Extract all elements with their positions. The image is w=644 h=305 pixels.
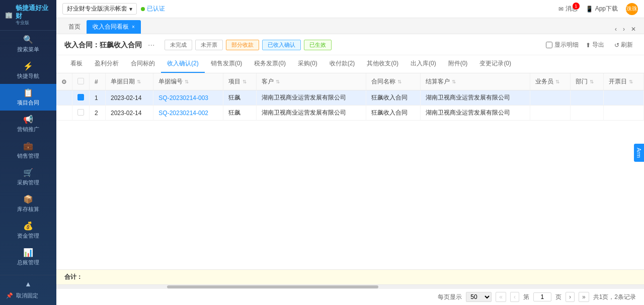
user-profile[interactable]: 珠珠 [626,3,638,15]
col-sort-11[interactable]: 开票日⇅ [609,77,638,86]
sidebar-scroll-up[interactable]: ▲ [4,278,52,289]
col-sort-7[interactable]: 合同名称⇅ [371,77,415,86]
last-page-btn[interactable]: » [579,292,589,302]
inner-tab-附件(0)[interactable]: 附件(0) [442,55,474,73]
tab-next-btn[interactable]: › [621,25,627,34]
home-tab[interactable]: 首页 [62,20,87,34]
chevron-down-icon: ▾ [129,6,132,13]
th-col-6[interactable]: 客户⇅ [256,73,366,90]
inner-tab-销售发票(0)[interactable]: 销售发票(0) [205,55,249,73]
status-btn-部分收款[interactable]: 部分收款 [226,40,259,50]
sidebar-item-采购管理[interactable]: 🛒采购管理 [0,164,56,190]
th-col-8[interactable]: 结算客户⇅ [420,73,530,90]
page-size-select[interactable]: 2050100 [466,292,492,302]
sidebar-item-项目合同[interactable]: 📋项目合同 [0,84,56,111]
show-detail-checkbox[interactable]: 显示明细 [546,41,579,49]
export-btn[interactable]: ⬆ 导出 [583,39,607,51]
tab-close-all-btn[interactable]: ✕ [629,25,638,34]
th-col-10[interactable]: 部门⇅ [571,73,604,90]
sort-icon-3: ⇅ [137,79,141,84]
sidebar-item-快捷导航[interactable]: ⚡快捷导航 [0,57,56,84]
sidebar-item-发票管理[interactable]: 🧾发票管理 [0,270,56,275]
first-page-btn[interactable]: « [496,292,506,302]
inner-tab-看板[interactable]: 看板 [64,55,89,73]
header-checkbox[interactable] [77,78,84,84]
status-btn-已收入确认[interactable]: 已收入确认 [262,40,301,50]
tab-prev-btn[interactable]: ‹ [613,25,619,34]
th-col-7[interactable]: 合同名称⇅ [366,73,421,90]
page-input[interactable] [533,292,551,301]
col-sort-6[interactable]: 客户⇅ [262,77,361,86]
float-action-btn[interactable]: Arm [634,143,644,161]
header-actions: 显示明细 ⬆ 导出 ↺ 刷新 [546,39,636,51]
prev-page-btn[interactable]: ‹ [510,292,519,302]
message-icon: ✉ [558,6,564,13]
table-row[interactable]: 22023-02-14SQ-20230214-002狂飙湖南卫视商业运营发展有限… [56,106,644,121]
col-sort-4[interactable]: 单据编号⇅ [158,77,217,86]
status-btn-未完成[interactable]: 未完成 [165,40,192,50]
tab-close-icon[interactable]: × [132,24,135,30]
status-btn-已生效[interactable]: 已生效 [304,40,332,50]
inner-tab-采购(0)[interactable]: 采购(0) [292,55,324,73]
sort-icon-7: ⇅ [397,79,401,84]
cell-settlement-customer: 湖南卫视商业运营发展有限公司 [420,106,530,121]
th-col-3[interactable]: 单据日期⇅ [106,73,153,90]
sidebar-item-总账管理[interactable]: 📊总账管理 [0,244,56,270]
sidebar-bottom[interactable]: ▲ 📌 取消固定 [0,275,56,305]
sidebar-item-资金管理[interactable]: 💰资金管理 [0,217,56,244]
message-btn[interactable]: ✉ 1 消息 [558,5,578,13]
status-buttons: 未完成未开票部分收款已收入确认已生效 [165,40,332,50]
cell-bill-no[interactable]: SQ-20230214-003 [153,90,223,106]
cell-checkbox[interactable] [72,90,90,106]
table-footer: 合计： [56,269,644,284]
col-sort-3[interactable]: 单据日期⇅ [111,77,148,86]
col-sort-9[interactable]: 业务员⇅ [535,77,565,86]
col-sort-8[interactable]: 结算客户⇅ [426,77,525,86]
table-area[interactable]: ⚙#单据日期⇅单据编号⇅项目⇅客户⇅合同名称⇅结算客户⇅业务员⇅部门⇅开票日⇅ … [56,73,644,269]
sidebar-icon: 🛒 [23,168,33,177]
settings-icon[interactable]: ⚙ [61,78,67,85]
row-checkbox[interactable] [77,94,84,100]
contract-more-btn[interactable]: ··· [148,41,154,50]
col-sort-10[interactable]: 部门⇅ [576,77,598,86]
sort-icon-8: ⇅ [452,79,456,84]
sidebar-item-销售管理[interactable]: 💼销售管理 [0,137,56,164]
inner-tab-税务发票(0)[interactable]: 税务发票(0) [248,55,292,73]
th-col-5[interactable]: 项目⇅ [223,73,256,90]
next-page-btn[interactable]: › [566,292,575,302]
export-label: 导出 [592,41,604,49]
sidebar-item-库存核算[interactable]: 📦库存核算 [0,190,56,217]
th-col-9[interactable]: 业务员⇅ [530,73,571,90]
app-download-btn[interactable]: 📱 App下载 [586,5,618,13]
inner-tab-合同标的[interactable]: 合同标的 [125,55,161,73]
bill-no-link[interactable]: SQ-20230214-003 [158,94,208,101]
company-selector[interactable]: 好业财专业版演示帐套 ▾ [62,3,137,15]
cell-billing-date [604,106,644,121]
table-row[interactable]: 12023-02-14SQ-20230214-003狂飙湖南卫视商业运营发展有限… [56,90,644,106]
status-btn-未开票[interactable]: 未开票 [195,40,223,50]
cell-checkbox[interactable] [72,106,90,121]
sidebar-item-营销推广[interactable]: 📢营销推广 [0,111,56,137]
pin-button[interactable]: 📌 取消固定 [4,289,52,302]
avatar: 珠珠 [626,3,638,15]
inner-tab-盈利分析[interactable]: 盈利分析 [89,55,125,73]
scroll-track[interactable] [56,284,644,288]
th-col-11[interactable]: 开票日⇅ [604,73,644,90]
col-sort-5[interactable]: 项目⇅ [228,77,251,86]
inner-tab-出入库(0)[interactable]: 出入库(0) [405,55,442,73]
cell-bill-no[interactable]: SQ-20230214-002 [153,106,223,121]
inner-tab-收付款(2)[interactable]: 收付款(2) [324,55,361,73]
scroll-thumb[interactable] [167,285,378,288]
inner-tab-变更记录(0)[interactable]: 变更记录(0) [473,55,517,73]
show-detail-input[interactable] [546,42,552,48]
tab-label: 收入合同看板 [93,23,129,31]
inner-tab-收入确认(2)[interactable]: 收入确认(2) [161,55,205,73]
row-checkbox[interactable] [77,109,84,116]
sidebar-item-搜索菜单[interactable]: 🔍搜索菜单 [0,31,56,57]
active-tab[interactable]: 收入合同看板 × [87,20,141,34]
refresh-btn[interactable]: ↺ 刷新 [611,39,636,51]
th-col-4[interactable]: 单据编号⇅ [153,73,223,90]
app-subtitle: 专业版 [16,20,51,26]
inner-tab-其他收支(0)[interactable]: 其他收支(0) [361,55,405,73]
bill-no-link[interactable]: SQ-20230214-002 [158,110,208,117]
